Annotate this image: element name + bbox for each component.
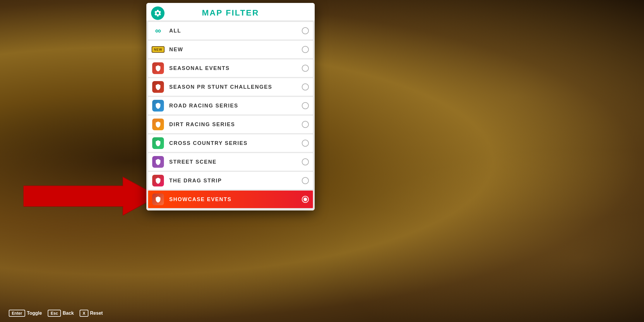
road-icon	[152, 100, 164, 112]
map-filter-modal: MAP FILTER ∞ ALL NEW NEW ★	[146, 3, 315, 210]
svg-text:★: ★	[157, 67, 160, 70]
dirt-icon	[152, 119, 164, 130]
showcase-icon	[152, 193, 164, 205]
filter-item-all[interactable]: ∞ ALL	[148, 22, 313, 40]
filter-label-cross-country: CROSS COUNTRY SERIES	[169, 140, 302, 146]
filter-item-seasonal[interactable]: ★ SEASONAL EVENTS	[148, 59, 313, 77]
filter-label-showcase: SHOWCASE EVENTS	[169, 196, 302, 203]
filter-item-stunt[interactable]: SEASON PR STUNT CHALLENGES	[148, 78, 313, 96]
radio-dirt	[302, 121, 309, 128]
radio-new	[302, 46, 309, 53]
street-icon	[152, 156, 164, 168]
filter-label-stunt: SEASON PR STUNT CHALLENGES	[169, 84, 302, 90]
radio-road	[302, 102, 309, 109]
key-x: X	[80, 310, 88, 317]
all-icon: ∞	[152, 25, 164, 37]
filter-label-all: ALL	[169, 28, 302, 34]
radio-cross-country	[302, 140, 309, 147]
filter-list[interactable]: ∞ ALL NEW NEW ★ SEASONAL EVE	[146, 21, 315, 210]
filter-item-new[interactable]: NEW NEW	[148, 41, 313, 58]
radio-seasonal	[302, 65, 309, 72]
cross-country-icon	[152, 137, 164, 149]
gear-icon	[154, 9, 162, 17]
label-back: Back	[63, 311, 74, 316]
filter-item-cross-country[interactable]: CROSS COUNTRY SERIES	[148, 134, 313, 152]
filter-item-drag[interactable]: THE DRAG STRIP	[148, 172, 313, 189]
radio-stunt	[302, 83, 309, 90]
filter-item-dirt[interactable]: DIRT RACING SERIES	[148, 116, 313, 133]
modal-title: MAP FILTER	[152, 8, 309, 18]
bottom-bar: Enter Toggle Esc Back X Reset	[9, 310, 107, 317]
radio-street	[302, 158, 309, 165]
seasonal-icon: ★	[152, 62, 164, 74]
filter-item-street[interactable]: STREET SCENE	[148, 153, 313, 171]
key-esc: Esc	[48, 310, 61, 317]
radio-showcase	[302, 196, 309, 203]
label-reset: Reset	[90, 311, 103, 316]
filter-label-new: NEW	[169, 47, 302, 53]
red-arrow	[23, 176, 158, 217]
filter-label-drag: THE DRAG STRIP	[169, 178, 302, 184]
filter-item-showcase[interactable]: SHOWCASE EVENTS	[148, 191, 313, 208]
radio-drag	[302, 177, 309, 184]
modal-header: MAP FILTER	[146, 3, 315, 21]
filter-label-dirt: DIRT RACING SERIES	[169, 121, 302, 128]
stunt-icon	[152, 81, 164, 93]
key-enter: Enter	[9, 310, 25, 317]
drag-icon	[152, 175, 164, 186]
filter-label-seasonal: SEASONAL EVENTS	[169, 65, 302, 71]
radio-all	[302, 27, 309, 34]
background-overlay	[0, 0, 644, 322]
new-icon: NEW	[152, 44, 164, 55]
filter-label-street: STREET SCENE	[169, 159, 302, 165]
gear-button[interactable]	[151, 6, 165, 20]
label-toggle: Toggle	[27, 311, 42, 316]
filter-label-road: ROAD RACING SERIES	[169, 103, 302, 109]
svg-marker-0	[23, 177, 158, 215]
filter-item-road[interactable]: ROAD RACING SERIES	[148, 97, 313, 114]
